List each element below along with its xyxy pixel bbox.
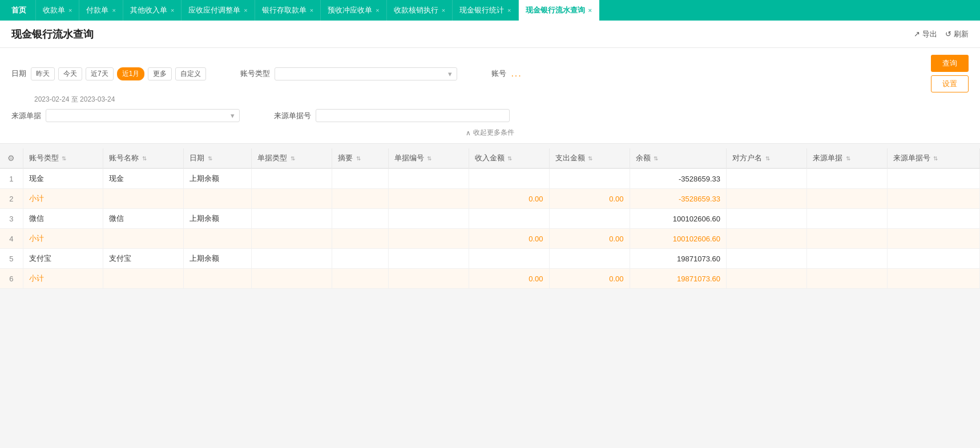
nav-payment[interactable]: 付款单 × [79, 0, 123, 21]
date-range-text: 2023-02-24 至 2023-03-24 [34, 95, 115, 103]
account-type-filter-group: 账号类型 ▾ [240, 67, 457, 80]
th-counterparty[interactable]: 对方户名 ⇅ [726, 148, 806, 168]
cell-doc_no [388, 189, 469, 209]
date-btn-7days[interactable]: 近7天 [86, 67, 114, 80]
date-btn-today[interactable]: 今天 [58, 67, 82, 80]
cell-date: 上期余额 [184, 249, 252, 269]
th-income[interactable]: 收入金额 ⇅ [469, 148, 549, 168]
cell-summary [332, 269, 389, 289]
cell-summary [332, 209, 389, 229]
close-icon[interactable]: × [442, 7, 445, 14]
cell-index: 2 [0, 189, 23, 209]
cell-balance: -3528659.33 [630, 189, 726, 209]
cell-source_doc_no [887, 249, 979, 269]
th-balance[interactable]: 余额 ⇅ [630, 148, 726, 168]
query-button[interactable]: 查询 [931, 55, 969, 72]
dots-button[interactable]: ... [511, 68, 522, 79]
nav-bank-flow[interactable]: 现金银行流水查询 × [519, 0, 599, 21]
cell-income: 0.00 [469, 189, 549, 209]
settings-button[interactable]: 设置 [931, 75, 969, 92]
sort-icon: ⇅ [588, 155, 592, 162]
cell-doc_no [388, 269, 469, 289]
date-btn-more[interactable]: 更多 [148, 67, 172, 80]
cell-doc_no [388, 249, 469, 269]
nav-bank-deposit[interactable]: 银行存取款单 × [255, 0, 321, 21]
date-btn-1month[interactable]: 近1月 [117, 67, 145, 80]
cell-income [469, 209, 549, 229]
filter-actions: 查询 设置 [931, 55, 969, 92]
close-icon[interactable]: × [310, 7, 313, 14]
cell-income: 0.00 [469, 229, 549, 249]
cell-expense [549, 209, 630, 229]
data-table: ⚙ 账号类型 ⇅ 账号名称 ⇅ 日期 ⇅ 单据类型 ⇅ 摘要 ⇅ 单据编号 ⇅ … [0, 148, 980, 289]
th-doc-no[interactable]: 单据编号 ⇅ [388, 148, 469, 168]
source-doc-num-filter-group: 来源单据号 [274, 109, 510, 122]
date-filter-group: 日期 昨天 今天 近7天 近1月 更多 自定义 [11, 67, 206, 80]
cell-date [184, 269, 252, 289]
nav-bank-stats[interactable]: 现金银行统计 × [453, 0, 518, 21]
source-doc-select[interactable]: ▾ [46, 109, 240, 122]
cell-account_type: 小计 [23, 269, 103, 289]
close-icon[interactable]: × [68, 7, 72, 14]
nav-home[interactable]: 首页 [2, 0, 36, 21]
nav-verify[interactable]: 收款核销执行 × [387, 0, 453, 21]
sort-icon: ⇅ [142, 155, 147, 162]
close-icon[interactable]: × [112, 7, 115, 14]
close-icon[interactable]: × [244, 7, 247, 14]
cell-counterparty [726, 189, 806, 209]
page-title: 现金银行流水查询 [11, 27, 94, 41]
close-icon[interactable]: × [171, 7, 174, 14]
th-account-type[interactable]: 账号类型 ⇅ [23, 148, 103, 168]
sort-icon: ⇅ [291, 155, 295, 162]
cell-counterparty [726, 229, 806, 249]
date-btn-yesterday[interactable]: 昨天 [31, 67, 55, 80]
cell-doc_type [252, 189, 332, 209]
page-header: 现金银行流水查询 ↗ 导出 ↺ 刷新 [0, 21, 980, 48]
cell-index: 6 [0, 269, 23, 289]
cell-doc_no [388, 168, 469, 189]
refresh-button[interactable]: ↺ 刷新 [945, 29, 969, 39]
table-row: 1现金现金上期余额-3528659.33 [0, 168, 980, 189]
gear-icon[interactable]: ⚙ [7, 154, 15, 163]
close-icon[interactable]: × [507, 7, 511, 14]
nav-advance-offset[interactable]: 预收冲应收单 × [321, 0, 386, 21]
cell-expense [549, 249, 630, 269]
cell-date: 上期余额 [184, 168, 252, 189]
nav-adjustment[interactable]: 应收应付调整单 × [182, 0, 255, 21]
th-doc-type[interactable]: 单据类型 ⇅ [252, 148, 332, 168]
account-filter-group: 账号 ... [491, 68, 522, 79]
th-expense[interactable]: 支出金额 ⇅ [549, 148, 630, 168]
sort-icon: ⇅ [356, 155, 361, 162]
refresh-label: 刷新 [954, 29, 969, 39]
th-account-name[interactable]: 账号名称 ⇅ [103, 148, 184, 168]
nav-other-income[interactable]: 其他收入单 × [123, 0, 182, 21]
th-source-doc[interactable]: 来源单据 ⇅ [806, 148, 887, 168]
close-icon[interactable]: × [376, 7, 379, 14]
source-doc-num-input[interactable] [316, 109, 510, 122]
cell-account_name [103, 229, 184, 249]
th-source-doc-no[interactable]: 来源单据号 ⇅ [887, 148, 979, 168]
cell-balance: 100102606.60 [630, 209, 726, 229]
nav-receipt[interactable]: 收款单 × [36, 0, 79, 21]
close-icon[interactable]: × [588, 7, 592, 14]
cell-doc_type [252, 229, 332, 249]
sort-icon: ⇅ [846, 155, 850, 162]
collapse-icon: ∧ [466, 129, 471, 137]
chevron-down-icon: ▾ [448, 70, 452, 78]
table-area: ⚙ 账号类型 ⇅ 账号名称 ⇅ 日期 ⇅ 单据类型 ⇅ 摘要 ⇅ 单据编号 ⇅ … [0, 148, 980, 289]
cell-source_doc [806, 229, 887, 249]
th-summary[interactable]: 摘要 ⇅ [332, 148, 389, 168]
cell-doc_no [388, 209, 469, 229]
date-btn-custom[interactable]: 自定义 [175, 67, 206, 80]
collapse-button[interactable]: ∧ 收起更多条件 [466, 128, 514, 138]
th-date[interactable]: 日期 ⇅ [184, 148, 252, 168]
cell-source_doc [806, 209, 887, 229]
cell-account_type: 小计 [23, 189, 103, 209]
cell-summary [332, 249, 389, 269]
collapse-bar: ∧ 收起更多条件 [11, 128, 969, 138]
cell-account_type: 现金 [23, 168, 103, 189]
cell-source_doc [806, 269, 887, 289]
th-settings[interactable]: ⚙ [0, 148, 23, 168]
export-button[interactable]: ↗ 导出 [914, 29, 937, 39]
account-type-select[interactable]: ▾ [275, 67, 457, 80]
